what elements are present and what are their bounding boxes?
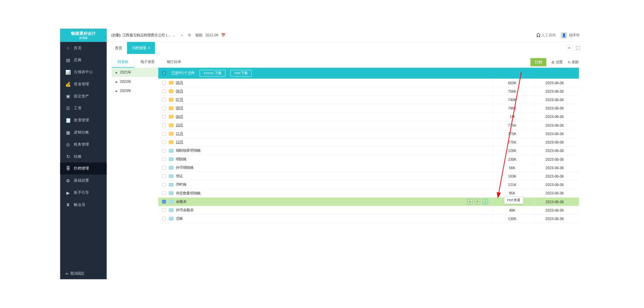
tree-year-2023[interactable]: ▶2023年 bbox=[112, 86, 158, 96]
fullscreen-button[interactable]: ⛶ bbox=[575, 45, 581, 51]
nav-salary[interactable]: ☰工资 bbox=[60, 102, 106, 114]
period-selector[interactable]: 账期 2021-09 📅 bbox=[195, 33, 225, 38]
row-checkbox[interactable] bbox=[162, 208, 166, 212]
add-company-button[interactable]: ＋ bbox=[180, 33, 184, 38]
company-settings-button[interactable]: ⚙ bbox=[188, 33, 191, 37]
file-name[interactable]: 存货数量明细账 bbox=[176, 191, 201, 196]
row-checkbox[interactable] bbox=[162, 98, 166, 101]
subtab-finance[interactable]: 财务账 bbox=[112, 57, 134, 68]
table-row[interactable]: 10月775K2023-06-06 bbox=[158, 121, 579, 129]
pdf-download-icon[interactable]: P bbox=[475, 199, 480, 204]
row-checkbox[interactable] bbox=[162, 166, 166, 170]
table-row[interactable]: 辅助核算明细账128K2023-06-06 bbox=[158, 147, 579, 155]
nav-archive[interactable]: 🗄归档管理 bbox=[60, 162, 106, 175]
row-checkbox[interactable] bbox=[162, 115, 166, 119]
pdf-download-button[interactable]: PDF下载 bbox=[230, 70, 251, 76]
tab-archive[interactable]: 归档管理 × bbox=[127, 42, 155, 54]
file-date: 2023-06-06 bbox=[534, 163, 575, 172]
file-name[interactable]: 序时账 bbox=[176, 182, 187, 187]
excel-download-button[interactable]: EXCEL下载 bbox=[200, 70, 225, 76]
row-checkbox[interactable] bbox=[162, 89, 166, 93]
table-row[interactable]: 08月796K2023-06-06 bbox=[158, 104, 579, 113]
company-name: 江西服宝精品有限责任公司 (… bbox=[122, 33, 171, 38]
table-row[interactable]: 凭证183K2023-06-06 bbox=[158, 172, 579, 181]
file-name[interactable]: 外币余额表 bbox=[176, 208, 194, 213]
row-checkbox[interactable] bbox=[162, 106, 166, 110]
row-checkbox[interactable] bbox=[162, 140, 166, 144]
nav-ledger[interactable]: ▤总账 bbox=[60, 54, 106, 66]
company-selector[interactable]: (勿删) 江西服宝精品有限责任公司 (… ⌄ bbox=[111, 33, 176, 38]
file-name[interactable]: 06月 bbox=[176, 89, 183, 94]
row-checkbox[interactable]: ✓ bbox=[162, 200, 166, 204]
nav-assets[interactable]: ▣固定资产 bbox=[60, 90, 106, 102]
file-name[interactable]: 09月 bbox=[176, 114, 183, 119]
file-name[interactable]: 10月 bbox=[176, 123, 183, 128]
table-row[interactable]: 外币余额表49K2023-06-06 bbox=[158, 206, 579, 215]
tab-home[interactable]: 首页 bbox=[110, 42, 127, 54]
settings-link[interactable]: ⚙设置 bbox=[551, 60, 563, 65]
tree-year-2021[interactable]: ▶2021年 bbox=[112, 68, 158, 77]
nav-label: 基础设置 bbox=[74, 178, 89, 183]
row-checkbox[interactable] bbox=[162, 157, 166, 161]
pdf-view-icon[interactable]: ◎ bbox=[483, 199, 488, 204]
table-row[interactable]: 总账130K2023-06-06 bbox=[158, 215, 579, 223]
table-row[interactable]: 序时账121K2023-06-06 bbox=[158, 181, 579, 189]
file-name[interactable]: 外币明细账 bbox=[176, 165, 194, 170]
row-checkbox[interactable] bbox=[162, 132, 166, 135]
consult-label: 人工咨询 bbox=[541, 33, 555, 37]
row-checkbox[interactable] bbox=[162, 174, 166, 178]
file-name[interactable]: 11月 bbox=[176, 131, 183, 136]
file-date: 2023-06-06 bbox=[534, 172, 575, 180]
table-row[interactable]: 06月756K2023-06-06 bbox=[158, 87, 579, 96]
file-name[interactable]: 05月 bbox=[176, 80, 183, 85]
close-tab-icon[interactable]: × bbox=[148, 46, 150, 50]
table-row[interactable]: 09月1M2023-06-06 bbox=[158, 113, 579, 121]
row-checkbox[interactable] bbox=[162, 191, 166, 195]
file-size: 796K bbox=[493, 104, 531, 112]
file-size: 740K bbox=[493, 96, 531, 104]
file-name[interactable]: 辅助核算明细账 bbox=[176, 148, 201, 153]
file-name-cell: 06月 bbox=[169, 89, 490, 94]
file-name[interactable]: 08月 bbox=[176, 106, 183, 111]
header-check-icon[interactable]: ✓ bbox=[162, 71, 166, 75]
nav-guide[interactable]: ▶新手引导 bbox=[60, 187, 106, 199]
table-row[interactable]: 12月775K2023-06-06 bbox=[158, 138, 579, 147]
nav-invoice[interactable]: 🧾发票管理 bbox=[60, 114, 106, 126]
row-checkbox[interactable] bbox=[162, 81, 166, 85]
file-date: 2023-06-06 bbox=[534, 113, 575, 121]
file-name[interactable]: 总账 bbox=[176, 216, 183, 221]
file-name[interactable]: 07月 bbox=[176, 97, 183, 102]
file-name[interactable]: 余额表 bbox=[176, 199, 187, 204]
row-checkbox[interactable] bbox=[162, 149, 166, 153]
row-checkbox[interactable] bbox=[162, 123, 166, 127]
nav-close[interactable]: ↻结账 bbox=[60, 150, 106, 162]
sidebar-footer[interactable]: ⇤ 取消固定 bbox=[60, 268, 106, 279]
user-menu[interactable]: 👤 徐泽华 bbox=[560, 32, 579, 39]
nav-home[interactable]: ⌂首页 bbox=[60, 42, 106, 54]
nav-tax[interactable]: ◎税务管理 bbox=[60, 138, 106, 151]
subtab-einvoice[interactable]: 电子发票 bbox=[134, 57, 161, 68]
table-row[interactable]: 外币明细账56K2023-06-06 bbox=[158, 163, 579, 172]
nav-member[interactable]: ♛畅会员 bbox=[60, 199, 106, 211]
row-checkbox[interactable] bbox=[162, 217, 166, 220]
refresh-link[interactable]: ↻刷新 bbox=[568, 60, 579, 65]
table-row[interactable]: 11月775K2023-06-06 bbox=[158, 130, 579, 138]
close-panel-button[interactable]: × bbox=[566, 45, 572, 51]
nav-reports[interactable]: 📊云报表中心 bbox=[60, 66, 106, 78]
file-name-cell: 07月 bbox=[169, 97, 490, 102]
archive-button[interactable]: 归档 bbox=[530, 58, 546, 66]
file-name[interactable]: 12月 bbox=[176, 140, 183, 145]
excel-view-icon[interactable]: X bbox=[467, 199, 472, 204]
consult-button[interactable]: 🎧 人工咨询 bbox=[536, 33, 556, 38]
file-name[interactable]: 明细账 bbox=[176, 157, 187, 162]
nav-psi[interactable]: ▦进销台账 bbox=[60, 126, 106, 138]
row-checkbox[interactable] bbox=[162, 183, 166, 186]
table-row[interactable]: 明细账230K2023-06-06 bbox=[158, 155, 579, 163]
tree-year-2022[interactable]: ▶2022年 bbox=[112, 77, 158, 86]
table-row[interactable]: 05月603K2023-06-06 bbox=[158, 79, 579, 87]
subtab-bank[interactable]: 银行回单 bbox=[161, 57, 187, 68]
nav-funds[interactable]: 💰资金管理 bbox=[60, 78, 106, 90]
nav-settings[interactable]: ⚙基础设置 bbox=[60, 175, 106, 187]
table-row[interactable]: 07月740K2023-06-06 bbox=[158, 96, 579, 104]
file-name[interactable]: 凭证 bbox=[176, 174, 183, 179]
